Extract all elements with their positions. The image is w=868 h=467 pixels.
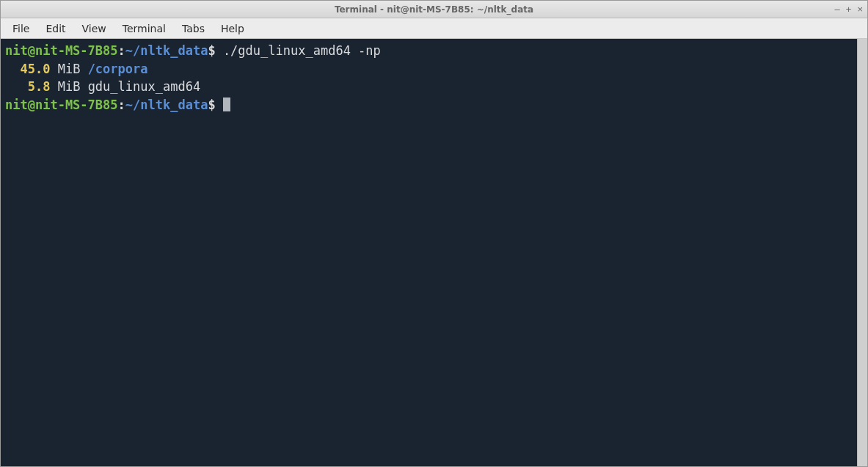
terminal-area: nit@nit-MS-7B85:~/nltk_data$ ./gdu_linux… xyxy=(1,39,867,466)
titlebar[interactable]: Terminal - nit@nit-MS-7B85: ~/nltk_data … xyxy=(1,1,867,18)
window-controls: – + × xyxy=(835,4,863,14)
terminal-output[interactable]: nit@nit-MS-7B85:~/nltk_data$ ./gdu_linux… xyxy=(1,39,857,466)
prompt-path: ~/nltk_data xyxy=(125,98,208,112)
menu-tabs[interactable]: Tabs xyxy=(175,20,212,37)
close-button[interactable]: × xyxy=(857,4,863,14)
minimize-button[interactable]: – xyxy=(835,4,840,14)
row-name-dir: /corpora xyxy=(88,62,148,76)
prompt-user: nit@nit-MS-7B85 xyxy=(5,98,118,112)
terminal-window: Terminal - nit@nit-MS-7B85: ~/nltk_data … xyxy=(0,0,868,467)
row-unit: MiB xyxy=(50,79,87,94)
row-size: 45.0 xyxy=(12,62,50,76)
menubar: File Edit View Terminal Tabs Help xyxy=(1,18,867,39)
prompt-path: ~/nltk_data xyxy=(125,43,208,58)
menu-view[interactable]: View xyxy=(75,20,114,37)
prompt-symbol: $ xyxy=(208,43,215,58)
window-title: Terminal - nit@nit-MS-7B85: ~/nltk_data xyxy=(335,4,533,15)
prompt-colon: : xyxy=(118,43,125,58)
menu-file[interactable]: File xyxy=(5,20,37,37)
prompt-user: nit@nit-MS-7B85 xyxy=(5,43,118,58)
command-text: ./gdu_linux_amd64 -np xyxy=(223,43,381,58)
row-name-file: gdu_linux_amd64 xyxy=(88,79,201,94)
prompt-colon: : xyxy=(118,98,125,112)
cursor-icon xyxy=(223,98,230,111)
maximize-button[interactable]: + xyxy=(846,4,852,14)
menu-help[interactable]: Help xyxy=(214,20,252,37)
prompt-symbol: $ xyxy=(208,98,215,112)
menu-edit[interactable]: Edit xyxy=(38,20,73,37)
row-size: 5.8 xyxy=(12,79,50,94)
row-unit: MiB xyxy=(50,62,87,76)
menu-terminal[interactable]: Terminal xyxy=(115,20,173,37)
scrollbar[interactable] xyxy=(857,39,867,466)
